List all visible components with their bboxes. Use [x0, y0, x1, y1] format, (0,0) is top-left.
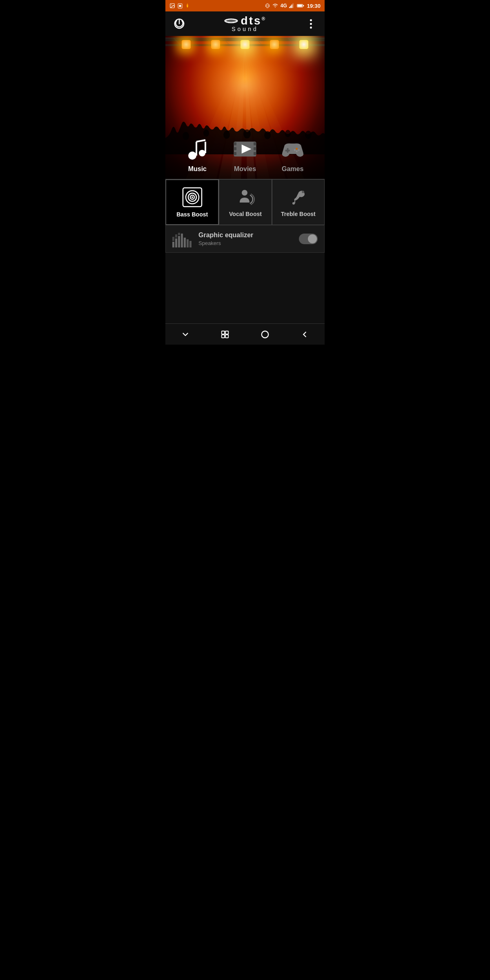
svg-rect-90 — [225, 334, 228, 337]
equalizer-icon — [172, 230, 193, 247]
status-bar-left — [169, 3, 190, 9]
concert-banner: Music — [165, 36, 325, 179]
image-icon — [169, 3, 175, 9]
equalizer-text: Graphic equalizer Speakers — [198, 232, 293, 246]
svg-point-65 — [296, 150, 298, 152]
spacer — [165, 253, 325, 334]
bass-boost-icon — [182, 187, 203, 208]
svg-rect-82 — [187, 239, 189, 247]
svg-rect-85 — [175, 234, 177, 238]
svg-rect-55 — [234, 143, 236, 145]
svg-rect-58 — [254, 143, 256, 145]
treble-boost-label: Treble Boost — [281, 211, 316, 217]
nav-back-button[interactable] — [296, 325, 314, 343]
wifi-icon — [272, 3, 278, 8]
svg-rect-59 — [254, 147, 256, 150]
mode-tabs: Music — [165, 132, 325, 179]
signal-bars — [289, 3, 295, 8]
svg-rect-89 — [225, 331, 228, 334]
vibrate-icon — [265, 3, 270, 9]
svg-rect-87 — [222, 331, 225, 334]
menu-dot — [310, 19, 312, 21]
svg-rect-9 — [291, 4, 292, 8]
svg-point-91 — [262, 331, 269, 338]
battery-icon — [297, 3, 304, 8]
vocal-boost-icon — [235, 186, 256, 207]
overflow-menu-button[interactable] — [303, 16, 318, 31]
svg-point-71 — [192, 196, 193, 198]
svg-line-52 — [196, 140, 205, 142]
equalizer-row: Graphic equalizer Speakers — [165, 225, 325, 253]
svg-rect-60 — [254, 152, 256, 155]
svg-rect-12 — [303, 5, 304, 7]
signal-label: 4G — [281, 3, 287, 9]
toggle-thumb — [308, 234, 317, 243]
svg-point-49 — [199, 150, 205, 156]
bass-boost-button[interactable]: Bass Boost — [165, 179, 219, 225]
menu-dot — [310, 23, 312, 25]
svg-rect-57 — [234, 152, 236, 155]
treble-boost-icon — [287, 186, 309, 207]
nav-home-button[interactable] — [256, 325, 274, 343]
svg-point-63 — [296, 147, 298, 149]
svg-rect-86 — [178, 233, 180, 235]
equalizer-title: Graphic equalizer — [198, 232, 293, 239]
svg-rect-3 — [179, 5, 181, 7]
svg-point-48 — [188, 151, 196, 160]
vocal-boost-button[interactable]: Vocal Boost — [219, 179, 272, 225]
equalizer-toggle[interactable] — [299, 234, 318, 244]
nav-down-button[interactable] — [176, 325, 194, 343]
svg-rect-77 — [172, 242, 174, 247]
svg-rect-80 — [181, 234, 183, 247]
games-mode-icon — [280, 136, 306, 162]
svg-rect-8 — [290, 6, 291, 8]
dts-logo: dts® Sound — [224, 15, 267, 32]
flame-icon — [185, 3, 190, 9]
dts-wordmark: dts® — [241, 15, 267, 27]
bass-boost-label: Bass Boost — [176, 211, 208, 218]
status-bar-right: 4G 19:30 — [265, 3, 321, 9]
music-mode-icon — [184, 136, 210, 162]
vocal-boost-label: Vocal Boost — [229, 211, 262, 217]
concert-background: Music — [165, 36, 325, 179]
app-header: dts® Sound — [165, 11, 325, 36]
svg-rect-10 — [292, 3, 293, 8]
svg-rect-56 — [234, 147, 236, 150]
movies-mode-icon — [232, 136, 258, 162]
music-mode-label: Music — [188, 165, 207, 173]
effects-row: Bass Boost Vocal Boost — [165, 179, 325, 225]
navigation-bar — [165, 323, 325, 345]
mode-tab-movies[interactable]: Movies — [221, 136, 269, 173]
svg-point-1 — [171, 4, 172, 5]
games-mode-label: Games — [282, 165, 303, 173]
svg-point-73 — [302, 191, 304, 193]
svg-point-66 — [294, 149, 296, 151]
mode-tab-games[interactable]: Games — [269, 136, 316, 173]
svg-point-18 — [225, 20, 238, 22]
time-display: 19:30 — [307, 3, 321, 9]
power-button[interactable] — [172, 16, 187, 31]
svg-rect-88 — [222, 334, 225, 337]
svg-rect-81 — [184, 238, 186, 247]
sim-icon — [178, 3, 183, 9]
svg-rect-84 — [172, 237, 174, 241]
movies-mode-label: Movies — [234, 165, 256, 173]
status-bar: 4G 19:30 — [165, 0, 325, 11]
dts-disc-icon — [224, 16, 238, 26]
svg-rect-79 — [178, 236, 180, 247]
svg-rect-62 — [285, 149, 290, 151]
treble-boost-button[interactable]: Treble Boost — [272, 179, 325, 225]
equalizer-subtitle: Speakers — [198, 240, 293, 246]
svg-rect-78 — [175, 238, 177, 247]
svg-rect-13 — [297, 5, 302, 7]
mode-tab-music[interactable]: Music — [174, 136, 221, 173]
nav-recents-button[interactable] — [216, 325, 234, 343]
svg-rect-83 — [189, 241, 192, 247]
svg-rect-7 — [289, 7, 290, 8]
svg-point-64 — [298, 149, 300, 151]
menu-dot — [310, 27, 312, 29]
svg-point-72 — [242, 190, 247, 196]
svg-rect-4 — [267, 4, 268, 8]
sound-label: Sound — [232, 26, 258, 32]
